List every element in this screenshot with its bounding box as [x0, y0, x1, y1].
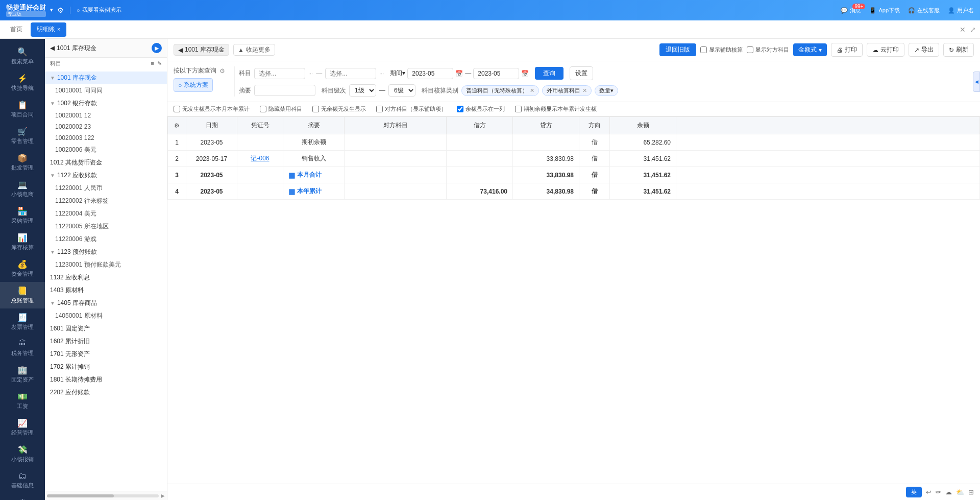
- cb-contra-input[interactable]: [747, 46, 753, 53]
- tree-item-1701[interactable]: 1701 无形资产: [45, 348, 167, 361]
- opt-hide-disabled[interactable]: 隐藏禁用科目: [260, 105, 302, 113]
- scheme-settings-icon[interactable]: ⚙: [219, 67, 225, 75]
- tree-item-10010001[interactable]: 10010001 同同同: [45, 84, 167, 97]
- tree-item-11220005[interactable]: 11220005 所在地区: [45, 220, 167, 233]
- tree-item-11220001[interactable]: 11220001 人民币: [45, 182, 167, 195]
- nav-item-operations[interactable]: 📈 经营管理: [0, 414, 45, 441]
- tree-item-10020003[interactable]: 10020003 122: [45, 132, 167, 144]
- app-download-btn[interactable]: 📱 App下载: [869, 7, 900, 14]
- print-btn[interactable]: 🖨 打印: [831, 43, 863, 57]
- period-calendar-end[interactable]: 📅: [521, 70, 529, 77]
- summary-input[interactable]: [254, 85, 315, 96]
- format-btn[interactable]: 金额式 ▾: [793, 43, 827, 56]
- tree-item-1403[interactable]: 1403 原材料: [45, 284, 167, 297]
- nav-item-quick[interactable]: ⚡ 快捷导航: [0, 69, 45, 96]
- cloud-print-btn[interactable]: ☁ 云打印: [867, 43, 904, 57]
- level-end-select[interactable]: 6级: [388, 84, 415, 97]
- bottom-edit-icon[interactable]: ✏: [936, 488, 941, 496]
- cb-contra[interactable]: 显示对方科目: [747, 46, 789, 54]
- nav-item-tax[interactable]: 🏛 税务管理: [0, 335, 45, 361]
- level-start-select[interactable]: 1级 2级: [349, 84, 376, 97]
- nav-item-capital[interactable]: 💰 资金管理: [0, 255, 45, 282]
- tag-ordinary[interactable]: 普通科目（无特殊核算） ✕: [461, 85, 539, 96]
- tag-foreign-close[interactable]: ✕: [582, 87, 587, 94]
- topbar-dropdown-icon[interactable]: ▾: [50, 7, 53, 13]
- user-avatar[interactable]: 👤 用户名: [948, 7, 974, 14]
- topbar-gear-icon[interactable]: ⚙: [57, 6, 64, 14]
- tab-home[interactable]: 首页: [4, 22, 29, 37]
- tree-item-1123[interactable]: ▼ 1123 预付账款: [45, 246, 167, 258]
- tag-foreign[interactable]: 外币核算科目 ✕: [542, 85, 592, 96]
- tab-detail[interactable]: 明细账 ×: [31, 22, 66, 37]
- filter-collapse-btn[interactable]: ◀: [973, 72, 980, 92]
- nav-item-salary[interactable]: 💵 工资: [0, 388, 45, 414]
- nav-item-xcsales[interactable]: 💸 小畅报销: [0, 441, 45, 467]
- tree-item-11220002[interactable]: 11220002 往来标签: [45, 195, 167, 207]
- bottom-undo-icon[interactable]: ↩: [926, 488, 932, 496]
- tree-item-10020006[interactable]: 10020006 美元: [45, 144, 167, 156]
- tab-close-icon[interactable]: ×: [57, 27, 60, 32]
- voucher-link-2[interactable]: 记-006: [251, 155, 269, 162]
- nav-item-inventory[interactable]: 📊 库存核算: [0, 229, 45, 255]
- scrollbar-right-arrow[interactable]: ▶: [161, 493, 165, 498]
- nav-item-purchase[interactable]: 🏪 采购管理: [0, 202, 45, 229]
- bottom-grid-icon[interactable]: ⊞: [968, 488, 974, 496]
- tree-item-1012[interactable]: 1012 其他货币资金: [45, 156, 167, 169]
- export-btn[interactable]: ↗ 导出: [909, 43, 939, 57]
- nav-item-search[interactable]: 🔍 搜索菜单: [0, 43, 45, 69]
- opt-no-balance[interactable]: 无余额无发生显示: [312, 105, 366, 113]
- tree-scrollbar-h[interactable]: ▶: [45, 491, 167, 500]
- tree-item-1002[interactable]: ▼ 1002 银行存款: [45, 97, 167, 110]
- query-btn[interactable]: 查询: [535, 67, 564, 80]
- col-list-icon[interactable]: ≡: [151, 60, 154, 67]
- bottom-cloud2-icon[interactable]: ⛅: [956, 488, 964, 496]
- nav-item-invoice[interactable]: 🧾 发票管理: [0, 308, 45, 335]
- opt-balance-one-col[interactable]: 余额显示在一列: [457, 105, 505, 113]
- opt-opening-balance[interactable]: 期初余额显示本年累计发生额: [515, 105, 597, 113]
- opt-balance-one-col-cb[interactable]: [457, 106, 463, 112]
- tree-item-1702[interactable]: 1702 累计摊销: [45, 361, 167, 373]
- tag-quantity[interactable]: 数量▾: [595, 85, 618, 96]
- opt-contra-subject[interactable]: 对方科目（显示辅助项）: [376, 105, 447, 113]
- period-end-input[interactable]: [473, 68, 519, 79]
- nav-item-retail[interactable]: 🛒 零售管理: [0, 123, 45, 149]
- cb-auxiliary-input[interactable]: [700, 46, 707, 53]
- tree-item-1132[interactable]: 1132 应收利息: [45, 271, 167, 284]
- tree-item-1405[interactable]: ▼ 1405 库存商品: [45, 297, 167, 309]
- nav-item-wholesale[interactable]: 📦 批发管理: [0, 149, 45, 176]
- col-edit-icon[interactable]: ✎: [157, 60, 162, 67]
- message-btn[interactable]: 💬 消息 99+: [841, 7, 861, 14]
- opt-no-occurrence[interactable]: 无发生额显示本月本年累计: [174, 105, 250, 113]
- bottom-cloud-icon[interactable]: ☁: [945, 488, 952, 496]
- setting-btn[interactable]: 设置: [570, 66, 593, 80]
- opt-no-balance-cb[interactable]: [312, 106, 319, 112]
- cb-auxiliary[interactable]: 显示辅助核算: [700, 46, 743, 54]
- tree-item-11230001[interactable]: 11230001 预付账款美元: [45, 258, 167, 271]
- tree-item-10020002[interactable]: 10020002 23: [45, 121, 167, 132]
- tabbar-expand-icon[interactable]: ⤢: [970, 26, 976, 34]
- scheme-btn[interactable]: ○ 系统方案: [174, 78, 213, 92]
- nav-item-assets[interactable]: 🏢 固定资产: [0, 361, 45, 388]
- period-calendar-start[interactable]: 📅: [455, 70, 463, 77]
- opt-no-occurrence-cb[interactable]: [174, 106, 180, 112]
- back-old-version-btn[interactable]: 退回旧版: [659, 43, 696, 56]
- opt-opening-balance-cb[interactable]: [515, 106, 522, 112]
- tag-ordinary-close[interactable]: ✕: [530, 87, 534, 94]
- nav-item-system[interactable]: ⚙ 系统管理: [0, 493, 45, 500]
- nav-item-project[interactable]: 📋 项目合同: [0, 96, 45, 123]
- nav-item-ledger[interactable]: 📒 总账管理: [0, 282, 45, 308]
- breadcrumb-tag[interactable]: ◀ 1001 库存现金: [174, 44, 229, 56]
- tree-item-11220006[interactable]: 11220006 游戏: [45, 233, 167, 246]
- tree-item-1001[interactable]: ▼ 1001 库存现金: [45, 72, 167, 84]
- expand-more-btn[interactable]: ▲ 收起更多: [233, 44, 275, 56]
- tree-item-14050001[interactable]: 14050001 原材料: [45, 309, 167, 322]
- tree-item-1602[interactable]: 1602 累计折旧: [45, 335, 167, 348]
- th-settings[interactable]: ⚙: [168, 117, 186, 134]
- online-service-btn[interactable]: 🎧 在线客服: [908, 7, 940, 14]
- subject-input[interactable]: [254, 68, 305, 79]
- tabbar-close-icon[interactable]: ✕: [960, 26, 966, 34]
- language-toggle-btn[interactable]: 英: [906, 487, 922, 497]
- opt-hide-disabled-cb[interactable]: [260, 106, 266, 112]
- nav-item-base[interactable]: 🗂 基础信息: [0, 467, 45, 493]
- tree-item-10020001[interactable]: 10020001 12: [45, 110, 167, 121]
